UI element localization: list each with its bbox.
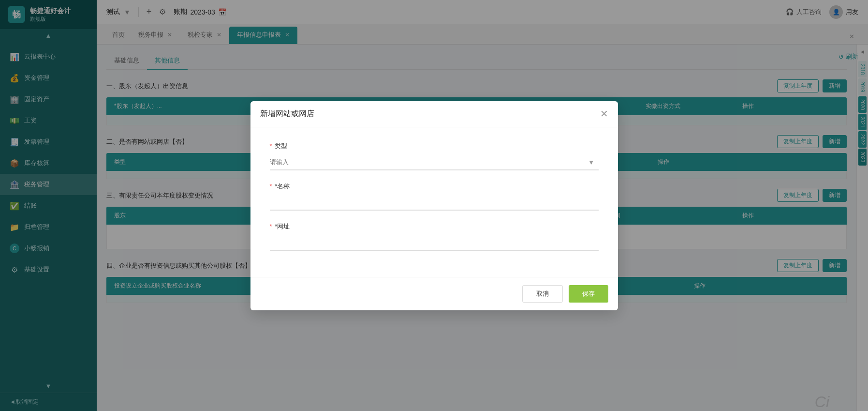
save-button[interactable]: 保存 — [569, 285, 608, 303]
form-field-name: * *名称 — [270, 182, 599, 211]
url-required-mark: * — [270, 223, 272, 230]
modal-header: 新增网站或网店 ✕ — [250, 101, 618, 127]
name-required-mark: * — [270, 183, 272, 190]
type-input-wrapper: ▼ — [270, 154, 599, 170]
type-required-mark: * — [270, 142, 272, 150]
modal-title: 新增网站或网店 — [260, 109, 314, 119]
name-input[interactable] — [270, 195, 599, 210]
type-dropdown-icon[interactable]: ▼ — [588, 158, 595, 166]
modal-body: * 类型 ▼ * *名称 * *网址 — [250, 127, 618, 277]
name-label: *名称 — [275, 183, 290, 190]
url-label: *网址 — [275, 223, 290, 230]
modal-overlay[interactable]: 新增网站或网店 ✕ * 类型 ▼ * *名称 — [0, 0, 868, 411]
type-input[interactable] — [270, 154, 599, 170]
name-input-wrapper — [270, 195, 599, 210]
modal-footer: 取消 保存 — [250, 277, 618, 310]
add-website-modal: 新增网站或网店 ✕ * 类型 ▼ * *名称 — [250, 101, 618, 310]
url-input[interactable] — [270, 235, 599, 250]
type-label: 类型 — [275, 142, 287, 150]
url-input-wrapper — [270, 235, 599, 250]
cancel-button[interactable]: 取消 — [522, 285, 563, 303]
form-field-url: * *网址 — [270, 222, 599, 251]
modal-close-button[interactable]: ✕ — [600, 109, 608, 119]
form-field-type: * 类型 ▼ — [270, 142, 599, 170]
